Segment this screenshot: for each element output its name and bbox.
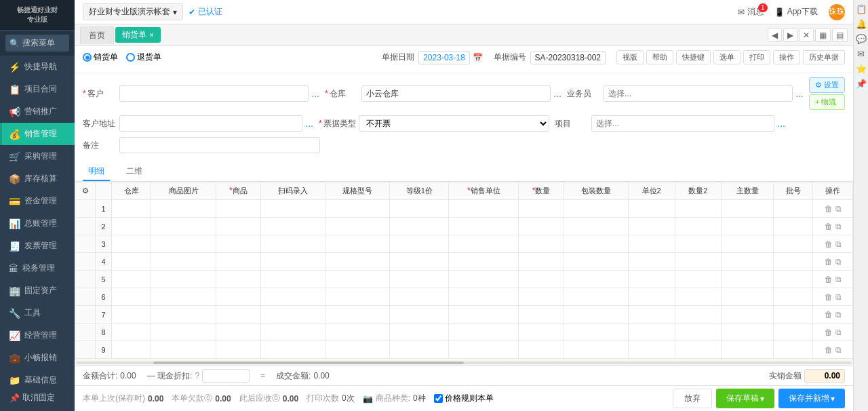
row-warehouse-cell[interactable]	[112, 200, 151, 218]
row-quantity-cell[interactable]	[519, 200, 564, 218]
row-unit2-cell[interactable]	[628, 341, 675, 359]
row-unit2-cell[interactable]	[628, 200, 675, 218]
row-warehouse-cell[interactable]	[112, 324, 151, 341]
right-panel-icon-2[interactable]: 🔔	[855, 18, 867, 30]
right-panel-icon-6[interactable]: 📌	[855, 77, 867, 90]
row-batch-cell[interactable]	[774, 341, 813, 359]
row-unit2-cell[interactable]	[628, 218, 675, 235]
row-main-qty-cell[interactable]	[722, 218, 774, 235]
row-unit2-cell[interactable]	[628, 288, 675, 306]
row-batch-import-cell[interactable]	[260, 235, 325, 253]
salesperson-input[interactable]	[604, 85, 793, 102]
scrollbar-thumb[interactable]	[153, 361, 464, 364]
row-product-img-cell[interactable]	[151, 306, 216, 324]
invoice-select[interactable]: 不开票 增值税普通发票 增值税专用发票	[359, 115, 549, 132]
row-pack-qty-cell[interactable]	[564, 218, 628, 235]
row-batch-cell[interactable]	[774, 288, 813, 306]
row-sales-unit-cell[interactable]	[449, 218, 519, 235]
row-qty2-cell[interactable]	[675, 200, 722, 218]
app-download-button[interactable]: 📱 App下载	[774, 6, 818, 18]
row-warehouse-cell[interactable]	[112, 218, 151, 235]
tab-home[interactable]: 首页	[80, 26, 114, 44]
row-qty2-cell[interactable]	[675, 271, 722, 288]
row-product-img-cell[interactable]	[151, 253, 216, 271]
row-batch-import-cell[interactable]	[260, 288, 325, 306]
view-tab-2d[interactable]: 二维	[121, 163, 148, 181]
row-pack-qty-cell[interactable]	[564, 288, 628, 306]
th-batch-import[interactable]: 扫码录入	[260, 182, 325, 200]
logistics-button[interactable]: + 物流	[809, 94, 845, 110]
right-panel-icon-3[interactable]: 💬	[855, 33, 867, 45]
row-qty2-cell[interactable]	[675, 253, 722, 271]
row-price1-cell[interactable]	[390, 235, 449, 253]
row-main-qty-cell[interactable]	[722, 324, 774, 341]
row-qty2-cell[interactable]	[675, 306, 722, 324]
row-delete-icon[interactable]: 🗑	[825, 204, 833, 214]
row-product-cell[interactable]	[216, 235, 260, 253]
row-spec-cell[interactable]	[326, 200, 390, 218]
th-settings[interactable]: ⚙	[75, 182, 96, 200]
row-batch-cell[interactable]	[774, 200, 813, 218]
row-delete-icon[interactable]: 🗑	[825, 345, 833, 355]
row-price1-cell[interactable]	[390, 324, 449, 341]
sidebar-item-marketing[interactable]: 📢营销推广	[0, 100, 75, 123]
notifications-button[interactable]: ✉ 1 消息	[738, 6, 764, 18]
row-pack-qty-cell[interactable]	[564, 324, 628, 341]
row-batch-import-cell[interactable]	[260, 218, 325, 235]
row-product-img-cell[interactable]	[151, 341, 216, 359]
row-price1-cell[interactable]	[390, 271, 449, 288]
row-spec-cell[interactable]	[326, 271, 390, 288]
row-spec-cell[interactable]	[326, 341, 390, 359]
row-product-img-cell[interactable]	[151, 235, 216, 253]
right-panel-icon-1[interactable]: 📋	[855, 3, 867, 15]
actual-amount-input[interactable]	[804, 369, 845, 383]
save-draft-button[interactable]: 保存草稿 ▾	[716, 389, 774, 408]
salesperson-dots-button[interactable]: ...	[795, 88, 804, 99]
row-spec-cell[interactable]	[326, 235, 390, 253]
project-dots-button[interactable]: ...	[777, 118, 785, 129]
row-main-qty-cell[interactable]	[722, 341, 774, 359]
warehouse-input[interactable]	[361, 85, 551, 102]
sidebar-item-ops[interactable]: 📈经营管理	[0, 324, 75, 347]
save-new-button[interactable]: 保存并新增 ▾	[778, 389, 845, 408]
row-main-qty-cell[interactable]	[722, 235, 774, 253]
row-sales-unit-cell[interactable]	[449, 306, 519, 324]
row-quantity-cell[interactable]	[519, 306, 564, 324]
row-product-cell[interactable]	[216, 253, 260, 271]
row-sales-unit-cell[interactable]	[449, 253, 519, 271]
row-batch-import-cell[interactable]	[260, 306, 325, 324]
tab-close-button[interactable]: ✕	[799, 28, 814, 42]
radio-return-order[interactable]: 退货单	[126, 52, 161, 63]
row-warehouse-cell[interactable]	[112, 306, 151, 324]
row-spec-cell[interactable]	[326, 324, 390, 341]
row-pack-qty-cell[interactable]	[564, 271, 628, 288]
row-batch-import-cell[interactable]	[260, 324, 325, 341]
row-copy-icon[interactable]: ⧉	[835, 328, 842, 337]
header-action-2[interactable]: 快捷键	[676, 50, 711, 64]
row-price1-cell[interactable]	[390, 218, 449, 235]
row-product-img-cell[interactable]	[151, 200, 216, 218]
row-batch-cell[interactable]	[774, 271, 813, 288]
row-unit2-cell[interactable]	[628, 253, 675, 271]
sidebar-item-sales[interactable]: 💰销售管理	[0, 123, 75, 145]
row-main-qty-cell[interactable]	[722, 253, 774, 271]
row-quantity-cell[interactable]	[519, 235, 564, 253]
row-pack-qty-cell[interactable]	[564, 235, 628, 253]
sidebar-item-assets[interactable]: 🏢固定资产	[0, 279, 75, 302]
row-delete-icon[interactable]: 🗑	[825, 239, 833, 249]
project-input[interactable]	[591, 115, 774, 132]
row-product-img-cell[interactable]	[151, 288, 216, 306]
price-rule-input[interactable]	[434, 394, 443, 403]
row-batch-cell[interactable]	[774, 253, 813, 271]
tab-close-icon[interactable]: ×	[149, 31, 154, 40]
sidebar-item-tools[interactable]: 🔧工具	[0, 302, 75, 324]
row-batch-import-cell[interactable]	[260, 341, 325, 359]
customer-input[interactable]	[119, 85, 309, 102]
row-batch-import-cell[interactable]	[260, 253, 325, 271]
row-price1-cell[interactable]	[390, 341, 449, 359]
row-delete-icon[interactable]: 🗑	[825, 275, 833, 284]
tab-layout-list-button[interactable]: ▦	[815, 28, 831, 42]
sidebar-item-capital[interactable]: 💳资金管理	[0, 190, 75, 212]
row-sales-unit-cell[interactable]	[449, 271, 519, 288]
warehouse-dots-button[interactable]: ...	[553, 88, 561, 99]
